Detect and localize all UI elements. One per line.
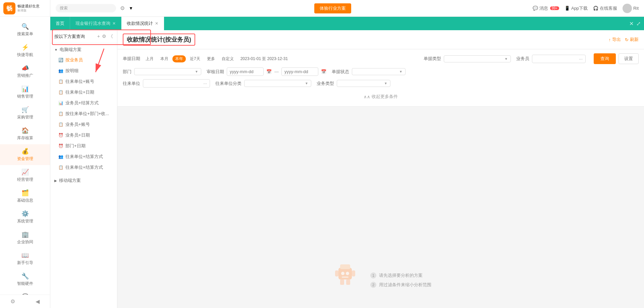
tab-cash-label: 现金银行流水查询 [75, 20, 110, 27]
sidebar-label-basic: 基础信息 [17, 198, 33, 203]
tab-receipt[interactable]: 收款情况统计 ✕ [121, 17, 164, 30]
biz-type-select[interactable]: ▼ [337, 80, 390, 87]
review-date-start-input[interactable] [227, 67, 264, 76]
scheme-item-salesman[interactable]: 🔄 按业务员 [50, 55, 117, 65]
date-label: 单据日期 [123, 56, 140, 62]
sidebar-item-guide[interactable]: 📖 新手引导 [0, 248, 50, 269]
tab-cash[interactable]: 现金银行流水查询 ✕ [70, 17, 121, 30]
sidebar-collapse-btn[interactable]: ◀‍ [36, 298, 40, 305]
main-area: 搜索 ⚙ ▼ 体验行业方案 💬 消息 99+ 📱 App下载 🎧 在线客服 Ri… [50, 0, 644, 308]
export-btn[interactable]: ↑ 导出 [609, 37, 621, 43]
tip-text-2: 用过滤条件来缩小分析范围 [379, 282, 431, 288]
scheme-item-sd-icon: ⏰ [58, 133, 63, 138]
tab-cash-close[interactable]: ✕ [112, 21, 116, 26]
review-date-end-calendar-icon[interactable]: 📅 [321, 69, 326, 74]
sidebar-item-system[interactable]: ⚙️ 系统管理 [0, 207, 50, 227]
scheme-group-desktop-title[interactable]: ▼ 电脑端方案 [50, 45, 117, 55]
sidebar-item-operation[interactable]: 📈 经营管理 [0, 165, 50, 186]
sales-icon: 📊 [21, 85, 29, 93]
tab-receipt-close[interactable]: ✕ [155, 21, 158, 26]
scheme-item-salesman-date[interactable]: ⏰ 业务员+日期 [50, 130, 117, 141]
sidebar-footer: ⚙ ◀‍ [0, 295, 50, 308]
sidebar-item-inventory[interactable]: 🏠 库存核算 [0, 123, 50, 144]
salesman-select[interactable]: ··· [532, 55, 586, 63]
query-button[interactable]: 查询 [594, 53, 616, 64]
scheme-item-salesman-settle[interactable]: 📊 业务员+结算方式 [50, 98, 117, 108]
collab-icon: 🏢 [21, 231, 29, 238]
scheme-item-ps1-label: 往来单位+结算方式 [65, 154, 103, 160]
message-btn[interactable]: 💬 消息 99+ [533, 5, 559, 11]
scheme-item-partner-settle2[interactable]: 📋 往来单位+结算方式 [50, 162, 117, 173]
salesman-label: 业务员 [516, 56, 529, 62]
refresh-btn[interactable]: ↻ 刷新 [625, 37, 639, 43]
scheme-group-mobile-title[interactable]: ▶ 移动端方案 [50, 175, 117, 186]
scheme-panel: 按以下方案查询 + ⚙ 《 ▼ 电脑端方案 🔄 按业务员 👥 [50, 30, 117, 308]
date-separator: — [274, 69, 279, 74]
scheme-collapse-btn[interactable]: 《 [108, 34, 113, 40]
scheme-item-pd-label: 往来单位+日期 [65, 89, 94, 95]
scheme-settings-btn[interactable]: ⚙ [102, 34, 106, 40]
scheme-item-dept-date[interactable]: ⏰ 部门+日期 [50, 141, 117, 151]
biz-type-label: 业务类型 [317, 81, 334, 87]
settings-button[interactable]: 设置 [619, 53, 639, 64]
sidebar-item-hardware[interactable]: 🔧 智能硬件 [0, 269, 50, 290]
trial-button[interactable]: 体验行业方案 [314, 3, 351, 13]
topbar-gear-icon[interactable]: ⚙ [120, 5, 125, 11]
doc-status-label: 单据状态 [332, 69, 349, 75]
partner-select[interactable]: ··· [143, 79, 210, 88]
sidebar-item-search[interactable]: 🔍 搜索菜单 [0, 19, 50, 40]
sidebar-item-wechat[interactable]: 💬 企业微信 [0, 290, 50, 295]
tab-close-all-icon[interactable]: ✕ [629, 20, 634, 27]
sidebar-item-marketing[interactable]: 📣 营销推广 [0, 61, 50, 82]
topbar: 搜索 ⚙ ▼ 体验行业方案 💬 消息 99+ 📱 App下载 🎧 在线客服 Ri… [50, 0, 644, 17]
svg-point-2 [341, 272, 344, 275]
doc-status-select[interactable]: ▼ [352, 68, 406, 75]
scheme-item-partner-acct[interactable]: 📋 往来单位+账号 [50, 76, 117, 87]
sidebar-item-purchase[interactable]: 🛒 采购管理 [0, 103, 50, 123]
topbar-search[interactable]: 搜索 [56, 4, 116, 12]
date-btn-this-month[interactable]: 本月 [158, 55, 171, 62]
sidebar-item-basic[interactable]: 🗂️ 基础信息 [0, 186, 50, 207]
collapse-btn[interactable]: ∧∧ 收起更多条件 [123, 91, 639, 102]
sidebar-item-finance[interactable]: 💰 资金管理 [0, 144, 50, 165]
scheme-item-detail[interactable]: 👥 按明细 [50, 65, 117, 76]
sidebar-item-sales[interactable]: 📊 销售管理 [0, 82, 50, 103]
date-btn-this-year[interactable]: 本年 [172, 55, 186, 62]
scheme-item-partner-dept[interactable]: 📋 按往来单位+部门+收... [50, 108, 117, 119]
online-service-btn[interactable]: 🎧 在线客服 [593, 5, 617, 11]
salesman-more-icon[interactable]: ··· [579, 56, 583, 61]
tab-expand-icon[interactable]: ⤢ [636, 20, 641, 27]
doctype-select-arrow: ▼ [504, 57, 508, 61]
empty-tips: 1 请先选择要分析的方案 2 用过滤条件来缩小分析范围 [370, 272, 431, 288]
partner-category-select[interactable]: ▼ [244, 80, 311, 87]
date-btn-more[interactable]: 更多 [204, 55, 218, 62]
topbar-dropdown-icon[interactable]: ▼ [129, 6, 133, 11]
sidebar-item-collab[interactable]: 🏢 企业协同 [0, 227, 50, 248]
date-btn-7days[interactable]: 近7天 [187, 55, 203, 62]
scheme-item-partner-date[interactable]: 📋 往来单位+日期 [50, 87, 117, 98]
review-date-start-calendar-icon[interactable]: 📅 [266, 69, 272, 74]
review-date-end-input[interactable] [281, 67, 318, 76]
basic-icon: 🗂️ [21, 189, 29, 197]
sidebar-item-quick[interactable]: ⚡ 快捷导航 [0, 40, 50, 61]
user-area[interactable]: Rit [623, 4, 639, 13]
tip-item-1: 1 请先选择要分析的方案 [370, 272, 431, 278]
scheme-item-partner-settle1[interactable]: 👥 往来单位+结算方式 [50, 151, 117, 162]
tab-home[interactable]: 首页 [50, 17, 70, 30]
sidebar-label-purchase: 采购管理 [17, 114, 33, 120]
sidebar-settings-btn[interactable]: ⚙ [10, 298, 15, 305]
scheme-item-salesman-acct[interactable]: 📋 业务员+账号 [50, 119, 117, 130]
app-download-btn[interactable]: 📱 App下载 [565, 5, 588, 11]
date-btn-last-month[interactable]: 上月 [143, 55, 156, 62]
partner-more-icon[interactable]: ··· [203, 81, 207, 86]
data-area: 1 请先选择要分析的方案 2 用过滤条件来缩小分析范围 [117, 107, 644, 308]
topbar-left: 搜索 ⚙ ▼ [56, 4, 133, 12]
svg-rect-8 [346, 279, 350, 285]
doctype-select[interactable]: ▼ [444, 55, 511, 62]
dept-select[interactable]: ▼ [134, 68, 201, 75]
operation-icon: 📈 [21, 168, 29, 176]
scheme-add-btn[interactable]: + [97, 34, 100, 40]
filter-dept-item: 部门 ▼ [123, 68, 201, 75]
date-btn-custom[interactable]: 自定义 [219, 55, 236, 62]
tabbar-spacer [164, 17, 626, 30]
